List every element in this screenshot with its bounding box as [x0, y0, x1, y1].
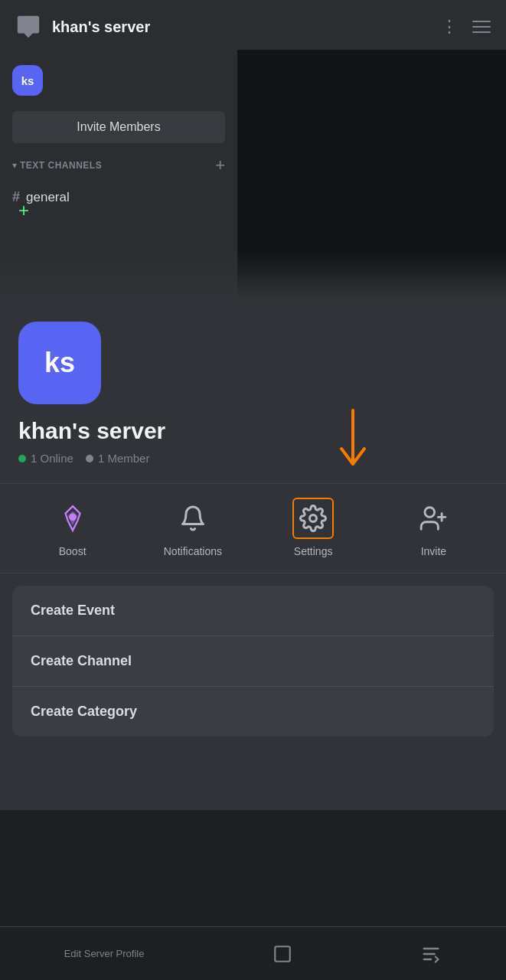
svg-point-3	[310, 515, 317, 522]
bottom-spacer	[0, 749, 506, 810]
boost-icon-wrap	[52, 498, 93, 539]
hamburger-icon[interactable]	[472, 21, 491, 33]
invite-members-button[interactable]: Invite Members	[12, 111, 225, 143]
bottom-nav: Edit Server Profile	[0, 926, 506, 980]
filter-nav[interactable]	[420, 943, 442, 965]
server-avatar-large: ks	[18, 322, 101, 404]
invite-label: Invite	[421, 545, 446, 557]
offline-dot	[86, 455, 93, 462]
create-channel-item[interactable]: Create Channel	[12, 636, 494, 687]
boost-action[interactable]: Boost	[42, 498, 103, 557]
create-event-item[interactable]: Create Event	[12, 586, 494, 636]
person-add-icon	[419, 504, 448, 533]
online-stat: 1 Online	[18, 452, 73, 465]
server-avatar-small: ks	[12, 65, 43, 96]
settings-label: Settings	[294, 545, 333, 557]
action-row: Boost Notifications	[0, 483, 506, 573]
add-server-button[interactable]: +	[12, 199, 35, 222]
create-category-item[interactable]: Create Category	[12, 687, 494, 737]
action-row-container: Boost Notifications	[0, 483, 506, 573]
svg-rect-7	[275, 946, 290, 962]
notifications-action[interactable]: Notifications	[162, 498, 224, 557]
top-header-left: khan's server	[15, 14, 150, 40]
blurred-top-section: khan's server ⋮ ks + Invite Members ▾ TE	[0, 0, 506, 299]
settings-icon-wrap	[292, 498, 334, 539]
server-bottom-sheet: ks khan's server 1 Online 1 Member	[0, 299, 506, 810]
add-channel-icon[interactable]: +	[215, 155, 225, 175]
server-info-area: ks khan's server 1 Online 1 Member	[0, 299, 506, 483]
edit-server-profile-label: Edit Server Profile	[64, 948, 145, 959]
svg-point-2	[69, 514, 77, 521]
filter-icon	[420, 943, 442, 965]
chat-icon	[15, 14, 41, 40]
settings-action[interactable]: Settings	[282, 498, 344, 557]
server-stats: 1 Online 1 Member	[18, 452, 488, 465]
channels-label: TEXT CHANNELS	[20, 160, 102, 171]
server-name-top: khan's server	[52, 18, 150, 36]
menu-list: Create Event Create Channel Create Categ…	[12, 586, 494, 737]
edit-server-profile-nav[interactable]: Edit Server Profile	[64, 948, 145, 959]
general-channel[interactable]: # general	[0, 181, 237, 213]
gear-icon	[299, 505, 327, 532]
top-header: khan's server ⋮	[0, 0, 506, 54]
square-icon	[273, 944, 292, 964]
invite-icon-wrap	[413, 498, 454, 539]
server-name-large: khan's server	[18, 418, 488, 444]
notifications-label: Notifications	[164, 545, 222, 557]
invite-action[interactable]: Invite	[403, 498, 464, 557]
dots-menu-icon[interactable]: ⋮	[441, 17, 459, 37]
blur-overlay	[0, 253, 506, 299]
members-stat: 1 Member	[86, 452, 150, 465]
boost-gem-icon	[58, 504, 87, 533]
boost-label: Boost	[59, 545, 87, 557]
svg-point-4	[425, 508, 435, 518]
notifications-icon-wrap	[172, 498, 214, 539]
channels-header: ▾ TEXT CHANNELS +	[0, 149, 237, 181]
online-dot	[18, 455, 26, 462]
square-nav[interactable]	[273, 944, 292, 964]
bell-icon	[179, 505, 207, 532]
